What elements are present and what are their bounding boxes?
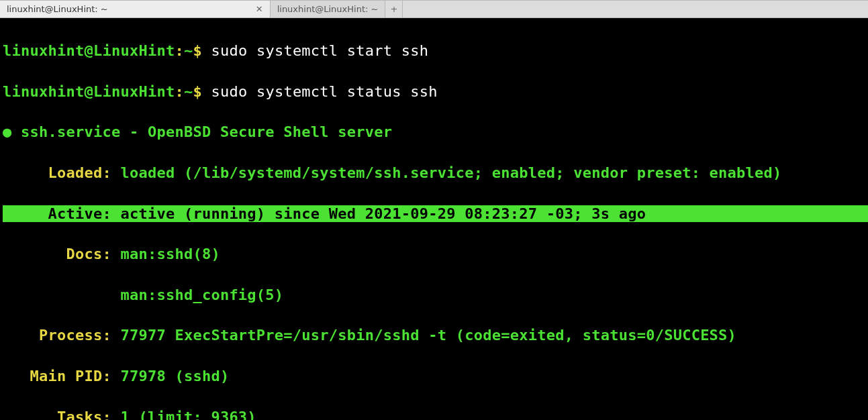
close-icon[interactable]: ✕ [256, 4, 263, 14]
prompt-sep: : [175, 83, 184, 100]
plus-icon: + [390, 4, 397, 14]
prompt-user: linuxhint@LinuxHint [3, 83, 175, 100]
prompt-line: linuxhint@LinuxHint:~$ sudo systemctl st… [3, 82, 868, 102]
field-label: Process: [3, 327, 120, 344]
active-state: active (running) [120, 205, 265, 222]
field-value: 77978 (sshd) [120, 368, 229, 384]
field-value: 77977 ExecStartPre=/usr/sbin/sshd -t (co… [120, 327, 736, 344]
active-since: since Wed 2021-09-29 08:23:27 -03; 3s ag… [265, 205, 646, 222]
prompt-sep: : [175, 42, 184, 59]
field-label: Loaded: [3, 164, 120, 181]
tasks-line: Tasks: 1 (limit: 9363) [3, 407, 868, 420]
active-line: Active: active (running) since Wed 2021-… [3, 204, 868, 224]
loaded-line: Loaded: loaded (/lib/systemd/system/ssh.… [3, 163, 868, 183]
field-value: man:sshd(8) [120, 246, 220, 262]
field-value: 1 (limit: 9363) [120, 409, 256, 420]
field-value: man:sshd_config(5) [120, 286, 283, 303]
field-label: Tasks: [3, 409, 120, 420]
tab-inactive[interactable]: linuxhint@LinuxHint: ~ [271, 1, 386, 17]
service-name: ssh.service - OpenBSD Secure Shell serve… [21, 123, 392, 140]
service-header: ● ssh.service - OpenBSD Secure Shell ser… [3, 122, 868, 142]
add-tab-button[interactable]: + [385, 1, 403, 17]
tab-bar: linuxhint@LinuxHint: ~ ✕ linuxhint@Linux… [0, 0, 868, 18]
docs-line: Docs: man:sshd(8) [3, 244, 868, 264]
tab-title: linuxhint@LinuxHint: ~ [277, 4, 379, 14]
field-label: Main PID: [3, 368, 120, 384]
command-text: sudo systemctl status ssh [211, 83, 437, 100]
mainpid-line: Main PID: 77978 (sshd) [3, 366, 868, 386]
prompt-user: linuxhint@LinuxHint [3, 42, 175, 59]
status-dot-icon: ● [3, 122, 12, 142]
prompt-path: ~ [184, 42, 193, 59]
field-label: Active: [3, 205, 120, 222]
terminal-output[interactable]: linuxhint@LinuxHint:~$ sudo systemctl st… [0, 18, 868, 420]
field-value: loaded (/lib/systemd/system/ssh.service;… [120, 164, 781, 181]
tab-active[interactable]: linuxhint@LinuxHint: ~ ✕ [0, 1, 271, 17]
command-text: sudo systemctl start ssh [211, 42, 428, 59]
tab-title: linuxhint@LinuxHint: ~ [7, 4, 108, 14]
field-label: Docs: [3, 246, 120, 262]
prompt-line: linuxhint@LinuxHint:~$ sudo systemctl st… [3, 41, 868, 61]
prompt-path: ~ [184, 83, 193, 100]
process-line: Process: 77977 ExecStartPre=/usr/sbin/ss… [3, 325, 868, 346]
prompt-dollar: $ [193, 42, 202, 59]
docs-line-2: man:sshd_config(5) [3, 285, 868, 305]
prompt-dollar: $ [193, 83, 202, 100]
